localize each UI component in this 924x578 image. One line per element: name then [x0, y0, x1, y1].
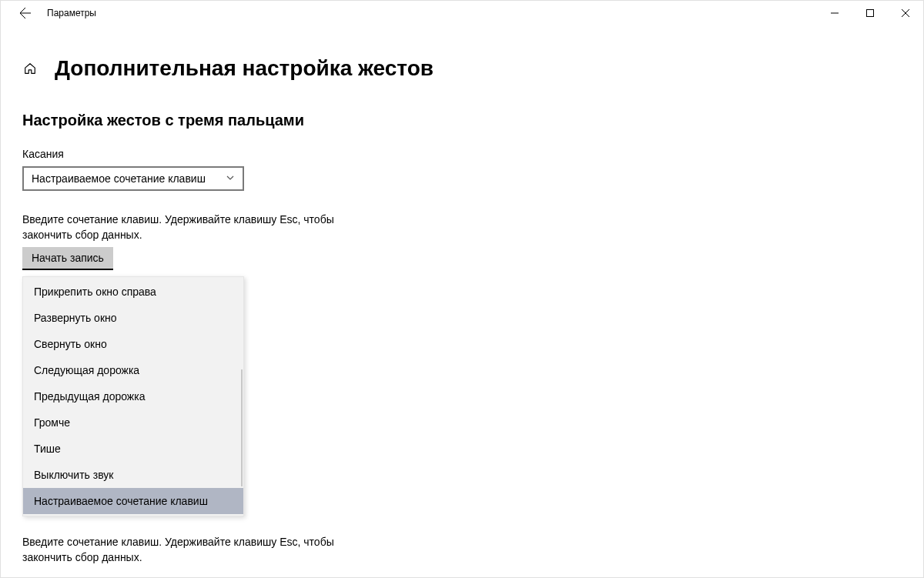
- svg-rect-1: [867, 10, 874, 17]
- scrollbar[interactable]: [241, 369, 243, 486]
- close-button[interactable]: [888, 1, 923, 25]
- maximize-button[interactable]: [852, 1, 888, 25]
- chevron-down-icon: [226, 172, 235, 185]
- option-custom-shortcut[interactable]: Настраиваемое сочетание клавиш: [23, 488, 243, 514]
- window-controls: [817, 1, 923, 25]
- app-title: Параметры: [47, 8, 96, 18]
- instruction-text-bottom: Введите сочетание клавиш. Удерживайте кл…: [22, 535, 361, 565]
- section-title: Настройка жестов с тремя пальцами: [22, 112, 902, 129]
- option-maximize-window[interactable]: Развернуть окно: [23, 305, 243, 331]
- option-next-track[interactable]: Следующая дорожка: [23, 357, 243, 383]
- taps-dropdown[interactable]: Настраиваемое сочетание клавиш: [22, 166, 244, 191]
- close-icon: [902, 9, 909, 17]
- minimize-icon: [831, 9, 839, 17]
- option-minimize-window[interactable]: Свернуть окно: [23, 331, 243, 357]
- page-header: Дополнительная настройка жестов: [22, 56, 902, 81]
- arrow-left-icon: [19, 7, 32, 19]
- option-volume-down[interactable]: Тише: [23, 436, 243, 462]
- start-recording-button[interactable]: Начать запись: [22, 247, 113, 270]
- option-previous-track[interactable]: Предыдущая дорожка: [23, 383, 243, 409]
- option-volume-up[interactable]: Громче: [23, 409, 243, 436]
- home-icon[interactable]: [22, 61, 38, 76]
- option-mute[interactable]: Выключить звук: [23, 462, 243, 488]
- taps-label: Касания: [22, 148, 902, 160]
- back-button[interactable]: [10, 1, 41, 25]
- option-snap-right[interactable]: Прикрепить окно справа: [23, 279, 243, 305]
- dropdown-selected-text: Настраиваемое сочетание клавиш: [32, 172, 206, 185]
- options-list: Прикрепить окно справа Развернуть окно С…: [22, 276, 244, 516]
- title-bar: Параметры: [1, 1, 923, 25]
- page-title: Дополнительная настройка жестов: [55, 56, 434, 81]
- maximize-icon: [866, 9, 874, 17]
- content-area: Дополнительная настройка жестов Настройк…: [1, 25, 923, 565]
- instruction-text: Введите сочетание клавиш. Удерживайте кл…: [22, 212, 361, 242]
- minimize-button[interactable]: [817, 1, 852, 25]
